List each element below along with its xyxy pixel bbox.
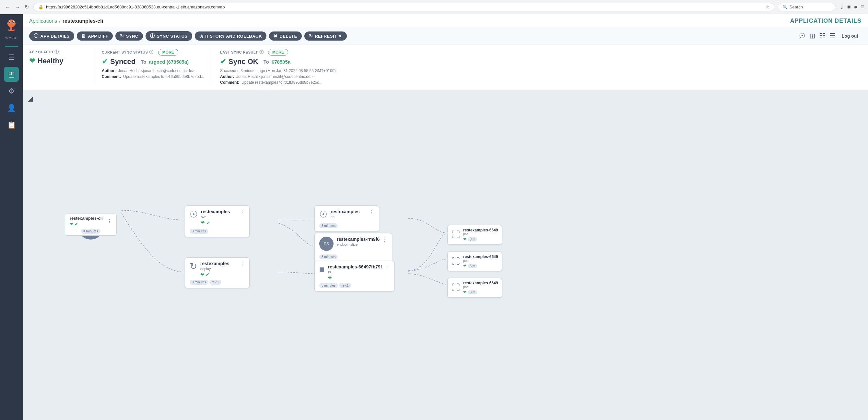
sidebar-item-docs[interactable]: 📋 (4, 117, 19, 133)
endpointslice-time-badge: 3 minutes (319, 254, 338, 259)
last-sync-link[interactable]: 678505a (272, 59, 290, 64)
search-placeholder: Search (789, 4, 803, 9)
pod1-time-badge: 3 m (468, 237, 477, 242)
svc-node-type: svc (201, 215, 230, 219)
rs-node-name: restexamples-66497fb79f (328, 264, 382, 270)
logout-button[interactable]: Log out (838, 32, 862, 40)
last-sync-meta: Succeeded 3 minutes ago (Mon Jan 31 2022… (220, 68, 336, 85)
history-rollback-button[interactable]: ◷ HISTORY AND ROLLBACK (195, 31, 267, 40)
sidebar-item-stack[interactable]: ◰ (4, 67, 19, 82)
rs-node[interactable]: ■ restexamples-66497fb79f rs ❤ ⋮ 3 minut… (314, 261, 395, 291)
grid-view-icon[interactable]: ⊞ (809, 32, 815, 40)
toolbar-view-icons: ☉ ⊞ ☷ ☰ (799, 32, 836, 40)
es-circle: ES (319, 236, 334, 251)
root-menu-icon[interactable]: ⋮ (106, 218, 112, 224)
last-sync-to: To (264, 59, 269, 64)
reload-button[interactable]: ↻ (23, 3, 30, 11)
pod1-type: pod (463, 232, 498, 236)
pod2-heart-icon: ❤ (463, 263, 466, 268)
network-view-icon[interactable]: ☉ (799, 32, 805, 40)
delete-button[interactable]: ✖ DELETE (269, 31, 302, 40)
svg-point-5 (9, 22, 10, 22)
graph-area: ◢ (23, 90, 868, 420)
current-sync-more-button[interactable]: MORE (158, 49, 178, 56)
address-bar[interactable]: 🔒 https://a198628202c514bb6b81d1ad5688dc… (33, 3, 774, 11)
extensions-icon[interactable]: ■ (847, 4, 851, 10)
filter-icon[interactable]: ◢ (28, 95, 33, 103)
pod3-name: restexamples-6649 (463, 281, 498, 285)
downloads-icon[interactable]: ⇓ (839, 4, 844, 11)
pod2-icon: ⛶ (452, 256, 460, 267)
root-node-card[interactable]: restexamples-cli ❤ ✔ ⋮ 3 minutes (65, 214, 117, 236)
root-heart-icon: ❤ (70, 222, 73, 227)
root-time-badge: 3 minutes (81, 229, 101, 234)
deploy-node[interactable]: ↻ restexamples deploy ❤ ✔ ⋮ 3 minut (185, 257, 250, 288)
pod2-name: restexamples-6649 (463, 254, 498, 259)
breadcrumb-parent[interactable]: Applications (29, 18, 57, 24)
current-sync-meta: Author: Jonas Hecht <jonas.hecht@codecen… (102, 68, 204, 80)
app-diff-button[interactable]: 🗎 APP DIFF (77, 31, 113, 40)
endpointslice-node-name: restexamples-rm9f6 (337, 236, 379, 242)
pod2-node[interactable]: ⛶ restexamples-6649 pod ❤ 3 m (447, 252, 502, 271)
info-icon: ⓘ (34, 33, 38, 39)
profile-icon[interactable]: ● (854, 4, 858, 10)
ep-node[interactable]: ☉ restexamples ep ⋮ 3 minutes (314, 205, 379, 232)
endpointslice-node[interactable]: ES restexamples-rm9f6 endpointslice ⋮ 3 … (314, 233, 392, 263)
app-details-button[interactable]: ⓘ APP DETAILS (29, 31, 74, 41)
hierarchy-view-icon[interactable]: ☷ (819, 32, 826, 40)
endpointslice-menu-icon[interactable]: ⋮ (382, 236, 387, 243)
sync-status-button[interactable]: ⓘ SYNC STATUS (146, 31, 192, 41)
pod1-icon: ⛶ (452, 230, 460, 240)
menu-icon[interactable]: ≡ (861, 4, 864, 10)
root-check-icon: ✔ (74, 222, 78, 227)
search-bar[interactable]: 🔍 Search (778, 3, 836, 11)
rs-rev-badge: rev:1 (339, 283, 351, 288)
current-sync-link[interactable]: argocd (678505a) (149, 59, 189, 64)
last-sync-section: LAST SYNC RESULT ⓘ MORE ✔ Sync OK To 678… (212, 49, 344, 85)
svc-heart-icon: ❤ (201, 220, 205, 225)
last-sync-check-icon: ✔ (220, 57, 226, 66)
svc-menu-icon[interactable]: ⋮ (240, 209, 245, 215)
pod3-time-badge: 3 m (468, 290, 477, 295)
deploy-heart-icon: ❤ (200, 272, 204, 277)
last-sync-value: ✔ Sync OK To 678505a (220, 57, 336, 66)
sync-button[interactable]: ↻ SYNC (115, 31, 143, 40)
page-title: APPLICATION DETAILS (790, 18, 862, 24)
ep-menu-icon[interactable]: ⋮ (369, 209, 374, 215)
breadcrumb: Applications / restexamples-cli (29, 18, 103, 24)
pod1-node[interactable]: ⛶ restexamples-6649 pod ❤ 3 m (447, 225, 502, 245)
rs-menu-icon[interactable]: ⋮ (384, 264, 390, 270)
sidebar-item-user[interactable]: 👤 (4, 101, 19, 116)
current-sync-value: ✔ Synced To argocd (678505a) (102, 57, 204, 66)
forward-button[interactable]: → (13, 3, 21, 11)
sync-info-icon[interactable]: ⓘ (149, 49, 154, 55)
sidebar-divider (5, 46, 18, 47)
sync-status-icon: ⓘ (150, 33, 155, 39)
docs-icon: 📋 (7, 121, 16, 129)
graph-connectors (23, 90, 868, 420)
refresh-chevron: ▼ (338, 34, 342, 38)
toolbar: ⓘ APP DETAILS 🗎 APP DIFF ↻ SYNC ⓘ SYNC S… (23, 28, 868, 45)
pod3-node[interactable]: ⛶ restexamples-6649 pod ❤ 3 m (447, 278, 502, 298)
sidebar-item-layers[interactable]: ☰ (4, 50, 19, 65)
pod3-info: restexamples-6649 pod ❤ 3 m (463, 281, 498, 295)
endpointslice-node-type: endpointslice (337, 243, 379, 246)
rs-icon: ■ (319, 264, 325, 275)
last-sync-more-button[interactable]: MORE (268, 49, 288, 56)
sidebar-item-settings[interactable]: ⚙ (4, 84, 19, 99)
list-view-icon[interactable]: ☰ (830, 32, 836, 40)
pod2-info: restexamples-6649 pod ❤ 3 m (463, 254, 498, 269)
deploy-menu-icon[interactable]: ⋮ (240, 261, 245, 267)
back-button[interactable]: ← (4, 3, 12, 11)
current-sync-to: To (141, 59, 146, 64)
root-node-name: restexamples-cli (70, 216, 103, 221)
security-icon: 🔒 (38, 4, 43, 9)
ep-time-badge: 3 minutes (319, 223, 338, 228)
svc-node[interactable]: ☉ restexamples svc ❤ ✔ ⋮ 3 minutes (185, 205, 250, 237)
last-sync-info-icon[interactable]: ⓘ (259, 49, 264, 55)
refresh-button[interactable]: ↻ REFRESH ▼ (304, 31, 347, 40)
health-info-icon[interactable]: ⓘ (55, 49, 59, 55)
app-health-section: APP HEALTH ⓘ ❤ Healthy (29, 49, 94, 85)
url-text: https://a198628202c514bb6b81d1ad5688dc91… (46, 4, 763, 9)
top-bar: Applications / restexamples-cli APPLICAT… (23, 14, 868, 28)
